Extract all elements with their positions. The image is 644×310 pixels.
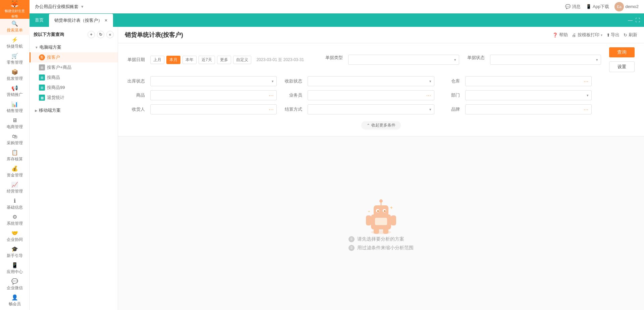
collapse-label: 收起更多条件 bbox=[371, 122, 395, 128]
sidebar-item-guide[interactable]: 🎓 新手引导 bbox=[0, 244, 30, 260]
tree-parent-mobile[interactable]: ▶ 移动端方案 bbox=[30, 105, 118, 115]
breadcrumb-dropdown-icon[interactable]: ▾ bbox=[81, 4, 84, 9]
staff-dots-icon: ··· bbox=[426, 93, 431, 98]
tree-child-by-customer-goods[interactable]: ⊞ 按客户+商品 bbox=[30, 62, 118, 72]
collapse-icon: ⌃ bbox=[367, 123, 370, 128]
svg-text:✦: ✦ bbox=[389, 205, 393, 210]
sidebar-item-retail[interactable]: 🛒 零售管理 bbox=[0, 51, 30, 67]
export-btn[interactable]: ⬆ 导出 bbox=[606, 32, 620, 38]
tree-child-by-goods[interactable]: ⊞ 按商品 bbox=[30, 72, 118, 83]
appcenter-icon: 📱 bbox=[11, 262, 18, 268]
tree-section-desktop: ▼ 电脑端方案 客 按客户 ⊞ 按客户+商品 ⊞ 按商品 ⊞ 按商品99 bbox=[30, 41, 118, 104]
sidebar-item-inventory[interactable]: 📋 库存核算 bbox=[0, 148, 30, 164]
dept-select[interactable]: ▾ bbox=[465, 90, 592, 100]
filter-row-1: 单据日期 上月 本月 本年 近7天 更多 自定义 2023-03-01 至 20… bbox=[125, 47, 637, 72]
receiver-input[interactable]: ··· bbox=[150, 104, 277, 114]
left-panel-title: 按以下方案查询 bbox=[34, 32, 64, 38]
order-type-label: 单据类型 bbox=[323, 55, 343, 65]
app-download-label: App下载 bbox=[593, 4, 609, 10]
sidebar-item-appcenter[interactable]: 📱 应用中心 bbox=[0, 260, 30, 276]
export-label: 导出 bbox=[611, 32, 620, 38]
add-scheme-btn[interactable]: + bbox=[88, 31, 95, 38]
scheme-label-goods: 按商品 bbox=[47, 74, 60, 81]
tree-child-by-customer[interactable]: 客 按客户 bbox=[30, 52, 118, 62]
help-btn[interactable]: ❓ 帮助 bbox=[552, 32, 568, 38]
print-btn[interactable]: 🖨 按模板打印 ▾ bbox=[572, 32, 602, 38]
empty-tip-2-text: 用过滤条件来缩小分析范围 bbox=[357, 245, 414, 251]
empty-state: ✦ ✦ ① 请先选择要分析的方案 ② 用过滤条件来缩小分析范围 bbox=[118, 137, 644, 310]
header-right: 💬 消息 📱 App下载 Ea demo2 bbox=[565, 2, 639, 11]
sidebar-label-appcenter: 应用中心 bbox=[7, 269, 23, 275]
sidebar-item-marketing[interactable]: 📢 营销推广 bbox=[0, 83, 30, 99]
tab-close-icon[interactable]: ✕ bbox=[104, 18, 108, 23]
tree-child-return-stats[interactable]: ▦ 退货统计 bbox=[30, 93, 118, 103]
sidebar-item-basicinfo[interactable]: ℹ 基础信息 bbox=[0, 196, 30, 212]
filter-row-2: 出库状态 ▾ 收款状态 ▾ 仓库 ··· bbox=[125, 76, 637, 86]
logo[interactable]: 🦊 畅捷信好生意 标惟 bbox=[0, 0, 30, 19]
tab-sales-report[interactable]: 销货单统计表（按客户） ✕ bbox=[49, 14, 113, 27]
tip-num-2: ② bbox=[348, 245, 355, 251]
tree-parent-desktop-label: 电脑端方案 bbox=[40, 44, 61, 50]
brand-input[interactable]: ··· bbox=[465, 104, 592, 114]
tab-maximize-btn[interactable]: ⛶ bbox=[635, 17, 640, 23]
sidebar-label-wholesale: 批发管理 bbox=[7, 76, 23, 82]
staff-input[interactable]: ··· bbox=[308, 90, 434, 100]
collect-status-chevron: ▾ bbox=[429, 79, 431, 84]
goods-input[interactable]: ··· bbox=[150, 90, 277, 100]
app-download-btn[interactable]: 📱 App下载 bbox=[586, 4, 609, 10]
main-area: 办公用品行业模拟账套 ▾ 💬 消息 📱 App下载 Ea demo2 首页 销货… bbox=[30, 0, 644, 310]
tree-parent-desktop[interactable]: ▼ 电脑端方案 bbox=[30, 42, 118, 52]
payment-select[interactable]: ▾ bbox=[308, 104, 434, 114]
logo-text: 畅捷信好生意 bbox=[5, 9, 25, 13]
date-btn-custom[interactable]: 自定义 bbox=[233, 56, 251, 64]
out-status-select[interactable]: ▾ bbox=[150, 76, 277, 86]
msg-icon: 💬 bbox=[565, 4, 571, 9]
sidebar-item-finance[interactable]: 💰 资金管理 bbox=[0, 164, 30, 180]
sidebar-item-purchase[interactable]: 🛍 采购管理 bbox=[0, 132, 30, 148]
sidebar-item-ecommerce[interactable]: 🖥 电商管理 bbox=[0, 115, 30, 132]
collect-status-select[interactable]: ▾ bbox=[308, 76, 434, 86]
sidebar-item-sales[interactable]: 📊 销售管理 bbox=[0, 99, 30, 115]
svg-rect-10 bbox=[391, 215, 396, 225]
sidebar-item-system[interactable]: ⚙ 系统管理 bbox=[0, 212, 30, 228]
svg-rect-12 bbox=[383, 228, 388, 234]
date-btn-more[interactable]: 更多 bbox=[217, 56, 231, 64]
sidebar-item-operations[interactable]: 📈 经营管理 bbox=[0, 180, 30, 196]
refresh-label: 刷新 bbox=[629, 32, 637, 38]
collect-status-label: 收款状态 bbox=[282, 78, 302, 84]
empty-tip-1: ① 请先选择要分析的方案 bbox=[348, 236, 414, 242]
date-btn-last-month[interactable]: 上月 bbox=[150, 56, 164, 64]
user-area[interactable]: Ea demo2 bbox=[614, 2, 639, 11]
sidebar-item-wholesale[interactable]: 📦 批发管理 bbox=[0, 67, 30, 83]
date-btn-this-year[interactable]: 本年 bbox=[182, 56, 197, 64]
sidebar-item-wechat[interactable]: 💬 企业微信 bbox=[0, 276, 30, 293]
scheme-label-return: 退货统计 bbox=[47, 95, 64, 101]
empty-tip-2: ② 用过滤条件来缩小分析范围 bbox=[348, 245, 414, 251]
refresh-icon: ↻ bbox=[624, 33, 627, 38]
sidebar-item-member[interactable]: 👤 畅会员 bbox=[0, 293, 30, 309]
receiver-label: 收货人 bbox=[125, 106, 145, 112]
sidebar-item-quicknav[interactable]: ⚡ 快捷导航 bbox=[0, 35, 30, 51]
member-icon: 👤 bbox=[11, 294, 18, 301]
order-type-select[interactable]: ▾ bbox=[348, 55, 459, 65]
payment-chevron: ▾ bbox=[429, 107, 431, 112]
sidebar-item-collab[interactable]: 🤝 企业协同 bbox=[0, 228, 30, 244]
date-btn-last-7[interactable]: 近7天 bbox=[199, 56, 215, 64]
msg-btn[interactable]: 💬 消息 bbox=[565, 4, 581, 10]
goods-dots-icon: ··· bbox=[269, 93, 274, 98]
refresh-btn[interactable]: ↻ 刷新 bbox=[624, 32, 637, 38]
collapse-panel-btn[interactable]: « bbox=[106, 31, 114, 38]
tab-minimize-btn[interactable]: — bbox=[628, 17, 633, 23]
date-btn-this-month[interactable]: 本月 bbox=[166, 56, 180, 64]
settings-button[interactable]: 设置 bbox=[609, 61, 635, 72]
operations-icon: 📈 bbox=[11, 182, 18, 188]
sidebar-item-search[interactable]: 🔍 搜索菜单 bbox=[0, 19, 30, 35]
refresh-scheme-btn[interactable]: ↻ bbox=[97, 31, 104, 38]
query-button[interactable]: 查询 bbox=[609, 47, 635, 57]
tree-child-by-goods99[interactable]: ⊞ 按商品99 bbox=[30, 83, 118, 93]
order-status-select[interactable]: ▾ bbox=[490, 55, 601, 65]
scheme-icon-return: ▦ bbox=[39, 95, 45, 101]
tab-home[interactable]: 首页 bbox=[30, 13, 49, 27]
warehouse-input[interactable]: ··· bbox=[465, 76, 592, 86]
collapse-btn[interactable]: ⌃ 收起更多条件 bbox=[361, 121, 401, 130]
